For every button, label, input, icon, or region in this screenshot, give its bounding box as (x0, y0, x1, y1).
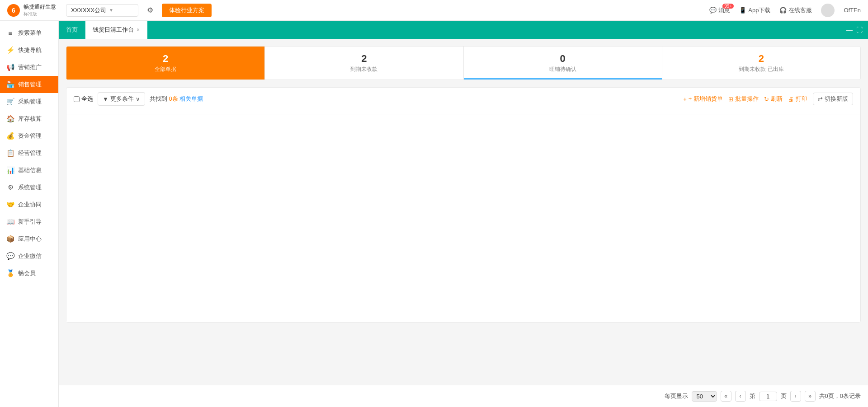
stat-card-all[interactable]: 2 全部单据 (66, 47, 265, 80)
avatar[interactable] (821, 4, 835, 17)
app-center-icon: 📦 (6, 235, 14, 243)
sidebar-label-quick-nav: 快捷导航 (18, 46, 42, 54)
chevron-icon: ∨ (136, 96, 140, 103)
inventory-icon: 🏠 (6, 115, 14, 123)
message-icon: 💬 (709, 7, 717, 14)
sidebar-item-system[interactable]: ⚙ 系统管理 (0, 179, 58, 196)
first-page-button[interactable]: « (721, 391, 731, 402)
stat-label-all: 全部单据 (75, 65, 255, 73)
sidebar-item-guide[interactable]: 📖 新手引导 (0, 213, 58, 230)
sidebar-item-purchase[interactable]: 🛒 采购管理 (0, 93, 58, 110)
sidebar-label-search-menu: 搜索菜单 (18, 29, 42, 37)
app-download-button[interactable]: 📱 App下载 (739, 6, 770, 14)
stats-cards: 2 全部单据 2 到期未收款 0 旺铺待确认 2 到期未收款 已出库 (66, 46, 861, 80)
batch-operation-button[interactable]: ⊞ 批量操作 (728, 95, 759, 103)
refresh-label: 刷新 (771, 95, 783, 103)
sidebar-item-inventory[interactable]: 🏠 库存核算 (0, 110, 58, 127)
per-page-select[interactable]: 10 20 50 100 (692, 391, 717, 402)
tab-close-icon[interactable]: × (137, 27, 140, 33)
minimize-icon[interactable]: — (846, 26, 853, 33)
chevron-down-icon: ▼ (109, 8, 113, 13)
online-service-label: 在线客服 (788, 6, 812, 14)
experience-button[interactable]: 体验行业方案 (162, 4, 212, 17)
add-sales-order-button[interactable]: + + 新增销货单 (683, 95, 723, 103)
guide-icon: 📖 (6, 218, 14, 226)
sidebar-item-enterprise[interactable]: 🤝 企业协同 (0, 196, 58, 213)
sidebar-item-quick-nav[interactable]: ⚡ 快捷导航 (0, 42, 58, 59)
stat-card-shipped[interactable]: 2 到期未收款 已出库 (662, 47, 860, 80)
top-logo-icon: 6 (7, 4, 20, 17)
next-page-icon: › (795, 393, 797, 399)
sidebar-item-basic-info[interactable]: 📊 基础信息 (0, 162, 58, 179)
online-service-button[interactable]: 🎧 在线客服 (779, 6, 812, 14)
messages-button[interactable]: 💬 消息 99+ (709, 6, 730, 14)
service-icon: 🎧 (779, 7, 787, 14)
enterprise-icon: 🤝 (6, 201, 14, 209)
purchase-icon: 🛒 (6, 98, 14, 106)
switch-version-button[interactable]: ⇄ 切换新版 (813, 93, 853, 105)
print-button[interactable]: 🖨 打印 (788, 95, 807, 103)
sidebar: 6 畅捷通好生意 标准版 ≡ 搜索菜单 ⚡ 快捷导航 📢 营销推广 🏪 销售管理… (0, 0, 59, 407)
system-icon: ⚙ (6, 183, 14, 192)
sidebar-label-marketing: 营销推广 (18, 63, 42, 71)
sidebar-item-marketing[interactable]: 📢 营销推广 (0, 59, 58, 76)
stat-label-overdue: 到期未收款 (274, 65, 454, 73)
operation-icon: 📋 (6, 149, 14, 157)
select-all-checkbox[interactable]: 全选 (74, 95, 93, 103)
main-content: 2 全部单据 2 到期未收款 0 旺铺待确认 2 到期未收款 已出库 全选 ▼ (59, 39, 868, 407)
stat-number-shipped: 2 (671, 53, 851, 65)
sidebar-item-wechat[interactable]: 💬 企业微信 (0, 248, 58, 265)
sidebar-label-basic-info: 基础信息 (18, 166, 42, 174)
stat-number-overdue: 2 (274, 53, 454, 65)
select-all-input[interactable] (74, 96, 80, 102)
home-tab-label: 首页 (66, 26, 78, 34)
page-suffix-label: 页 (781, 392, 787, 400)
pagination: 每页显示 10 20 50 100 « ‹ 第 页 › » 共0页，0条记录 (59, 385, 868, 407)
wechat-icon: 💬 (6, 252, 14, 260)
sidebar-item-operation[interactable]: 📋 经营管理 (0, 145, 58, 162)
expand-icon[interactable]: ⛶ (856, 26, 863, 33)
app-download-label: App下载 (748, 6, 770, 14)
company-selector[interactable]: XXXXXX公司 ▼ (66, 4, 138, 17)
print-icon: 🖨 (788, 96, 794, 103)
page-prefix-label: 第 (750, 392, 755, 400)
tab-cash-flow[interactable]: 钱货日清工作台 × (85, 21, 147, 39)
settings-button[interactable]: ⚙ (143, 3, 157, 18)
sidebar-label-wechat: 企业微信 (18, 252, 42, 260)
top-app-name: 畅捷通好生意 (24, 3, 56, 11)
marketing-icon: 📢 (6, 63, 14, 71)
sidebar-item-finance[interactable]: 💰 资金管理 (0, 127, 58, 145)
refresh-button[interactable]: ↻ 刷新 (764, 95, 783, 103)
sidebar-label-app-center: 应用中心 (18, 235, 42, 243)
stat-card-overdue[interactable]: 2 到期未收款 (265, 47, 463, 80)
more-filters-label: 更多条件 (110, 95, 134, 103)
stat-underline-all (66, 78, 264, 80)
tab-home[interactable]: 首页 (59, 21, 85, 39)
sidebar-item-sales[interactable]: 🏪 销售管理 (0, 76, 58, 93)
sidebar-menu: ≡ 搜索菜单 ⚡ 快捷导航 📢 营销推广 🏪 销售管理 🛒 采购管理 🏠 库存核… (0, 21, 58, 407)
found-link[interactable]: 相关单据 (179, 95, 203, 102)
last-page-button[interactable]: » (805, 391, 816, 402)
page-number-input[interactable] (759, 392, 777, 401)
search-menu-icon: ≡ (6, 29, 14, 37)
next-page-button[interactable]: › (790, 391, 801, 402)
toolbar: 全选 ▼ 更多条件 ∨ 共找到 0条 相关单据 + + 新增销货单 ⊞ 批量操作 (66, 88, 860, 110)
company-name: XXXXXX公司 (71, 6, 106, 14)
gear-icon: ⚙ (147, 6, 153, 14)
messages-badge: 99+ (722, 4, 734, 9)
per-page-label: 每页显示 (665, 392, 688, 400)
sidebar-label-system: 系统管理 (18, 183, 42, 192)
stat-number-pending: 0 (473, 53, 653, 65)
sidebar-label-inventory: 库存核算 (18, 115, 42, 123)
prev-page-button[interactable]: ‹ (735, 391, 746, 402)
more-filters-button[interactable]: ▼ 更多条件 ∨ (98, 92, 145, 106)
stat-card-pending[interactable]: 0 旺铺待确认 (464, 47, 662, 80)
sidebar-item-app-center[interactable]: 📦 应用中心 (0, 230, 58, 248)
content-area: 全选 ▼ 更多条件 ∨ 共找到 0条 相关单据 + + 新增销货单 ⊞ 批量操作 (66, 87, 861, 323)
sidebar-item-member[interactable]: 🏅 畅会员 (0, 265, 58, 282)
sidebar-label-operation: 经营管理 (18, 149, 42, 157)
last-page-icon: » (808, 393, 811, 399)
add-btn-label: + 新增销货单 (689, 95, 723, 103)
sidebar-item-search-menu[interactable]: ≡ 搜索菜单 (0, 24, 58, 42)
print-label: 打印 (796, 95, 807, 103)
